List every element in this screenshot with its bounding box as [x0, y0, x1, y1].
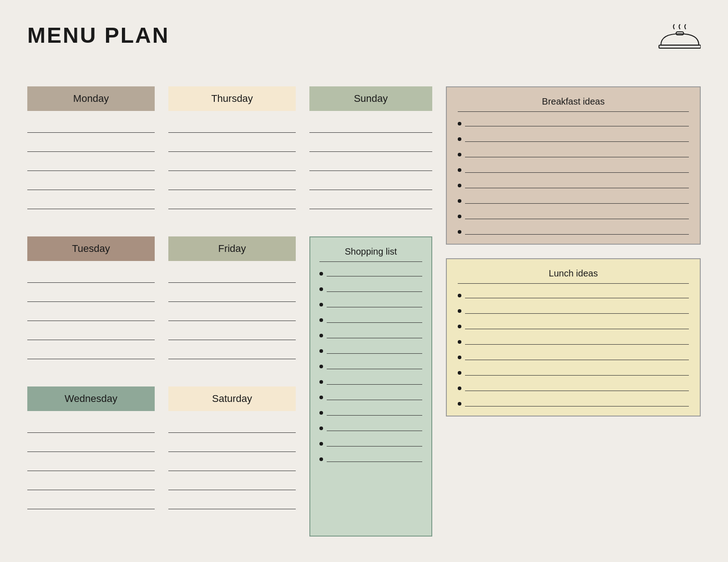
column-4: Breakfast ideas Lunch ideas: [446, 86, 701, 537]
shopping-line-2[interactable]: [327, 284, 422, 292]
monday-line-3[interactable]: [27, 162, 155, 171]
tuesday-line-1[interactable]: [27, 274, 155, 283]
thursday-line-2[interactable]: [168, 143, 296, 152]
breakfast-item-4: [458, 165, 689, 173]
sunday-line-2[interactable]: [309, 143, 432, 152]
shopping-line-6[interactable]: [327, 346, 422, 354]
page-header: MENU PLAN: [27, 23, 701, 68]
lunch-ideas-title: Lunch ideas: [458, 268, 689, 279]
lunch-line-5[interactable]: [465, 352, 689, 360]
shopping-line-7[interactable]: [327, 361, 422, 369]
shopping-line-8[interactable]: [327, 376, 422, 385]
bullet-2: [319, 287, 323, 291]
tuesday-line-3[interactable]: [27, 312, 155, 321]
shopping-item-1: [319, 268, 422, 276]
lunch-line-8[interactable]: [465, 398, 689, 406]
breakfast-item-5: [458, 180, 689, 188]
monday-line-2[interactable]: [27, 143, 155, 152]
shopping-line-11[interactable]: [327, 423, 422, 431]
saturday-lines: [168, 419, 296, 532]
breakfast-line-8[interactable]: [465, 226, 689, 235]
wednesday-section: Wednesday: [27, 386, 155, 532]
saturday-line-2[interactable]: [168, 443, 296, 452]
breakfast-line-1[interactable]: [465, 118, 689, 126]
thursday-line-5[interactable]: [168, 200, 296, 209]
saturday-line-3[interactable]: [168, 462, 296, 471]
shopping-item-6: [319, 346, 422, 354]
shopping-item-10: [319, 407, 422, 416]
tuesday-label: Tuesday: [27, 236, 155, 261]
tuesday-lines: [27, 269, 155, 382]
bullet-12: [319, 442, 323, 446]
breakfast-line-7[interactable]: [465, 211, 689, 219]
sunday-line-4[interactable]: [309, 181, 432, 190]
shopping-line-4[interactable]: [327, 315, 422, 323]
bullet-8: [319, 380, 323, 384]
breakfast-line-4[interactable]: [465, 165, 689, 173]
lunch-bullet-5: [458, 356, 461, 359]
lunch-line-1[interactable]: [465, 290, 689, 298]
wednesday-line-5[interactable]: [27, 500, 155, 509]
lunch-line-4[interactable]: [465, 336, 689, 345]
shopping-title-divider: [319, 261, 422, 262]
wednesday-line-3[interactable]: [27, 462, 155, 471]
shopping-line-10[interactable]: [327, 407, 422, 416]
breakfast-line-5[interactable]: [465, 180, 689, 188]
saturday-line-4[interactable]: [168, 481, 296, 490]
monday-line-5[interactable]: [27, 200, 155, 209]
tuesday-line-5[interactable]: [27, 350, 155, 359]
lunch-item-6: [458, 367, 689, 376]
friday-line-4[interactable]: [168, 331, 296, 340]
lunch-line-3[interactable]: [465, 321, 689, 329]
monday-section: Monday: [27, 86, 155, 232]
shopping-line-3[interactable]: [327, 299, 422, 307]
shopping-line-12[interactable]: [327, 438, 422, 447]
saturday-line-1[interactable]: [168, 424, 296, 433]
lunch-line-7[interactable]: [465, 383, 689, 391]
breakfast-ideas-box: Breakfast ideas: [446, 86, 701, 245]
shopping-line-1[interactable]: [327, 268, 422, 276]
tuesday-line-4[interactable]: [27, 331, 155, 340]
sunday-lines: [309, 119, 432, 232]
wednesday-line-1[interactable]: [27, 424, 155, 433]
wednesday-line-2[interactable]: [27, 443, 155, 452]
main-grid: Monday Tuesday: [27, 86, 701, 537]
breakfast-line-6[interactable]: [465, 196, 689, 204]
thursday-lines: [168, 119, 296, 232]
breakfast-line-2[interactable]: [465, 134, 689, 142]
sunday-line-5[interactable]: [309, 200, 432, 209]
lunch-bullet-3: [458, 325, 461, 328]
breakfast-title-divider: [458, 111, 689, 112]
thursday-line-4[interactable]: [168, 181, 296, 190]
saturday-line-5[interactable]: [168, 500, 296, 509]
thursday-line-3[interactable]: [168, 162, 296, 171]
breakfast-item-3: [458, 149, 689, 157]
shopping-item-8: [319, 376, 422, 385]
saturday-label: Saturday: [168, 386, 296, 411]
friday-line-2[interactable]: [168, 293, 296, 302]
friday-label: Friday: [168, 236, 296, 261]
monday-line-4[interactable]: [27, 181, 155, 190]
bullet-10: [319, 411, 323, 415]
breakfast-line-3[interactable]: [465, 149, 689, 157]
breakfast-item-1: [458, 118, 689, 126]
friday-line-1[interactable]: [168, 274, 296, 283]
sunday-line-1[interactable]: [309, 124, 432, 133]
wednesday-line-4[interactable]: [27, 481, 155, 490]
tuesday-line-2[interactable]: [27, 293, 155, 302]
monday-line-1[interactable]: [27, 124, 155, 133]
shopping-line-13[interactable]: [327, 454, 422, 462]
breakfast-bullet-8: [458, 230, 461, 234]
thursday-line-1[interactable]: [168, 124, 296, 133]
lunch-line-2[interactable]: [465, 306, 689, 314]
friday-line-5[interactable]: [168, 350, 296, 359]
breakfast-bullet-3: [458, 153, 461, 156]
sunday-line-3[interactable]: [309, 162, 432, 171]
friday-line-3[interactable]: [168, 312, 296, 321]
shopping-line-9[interactable]: [327, 392, 422, 400]
friday-lines: [168, 269, 296, 382]
column-3: Sunday Shopping list: [309, 86, 432, 537]
bullet-11: [319, 427, 323, 430]
lunch-line-6[interactable]: [465, 367, 689, 376]
shopping-line-5[interactable]: [327, 330, 422, 338]
